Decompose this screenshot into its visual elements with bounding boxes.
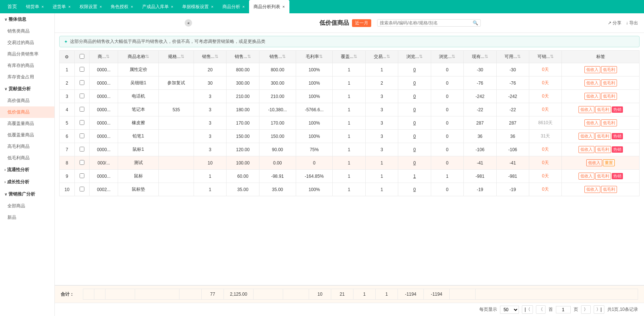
- view1-link[interactable]: 0: [413, 81, 416, 86]
- sidebar-item-category-sales-rate[interactable]: 商品分类销售率: [0, 48, 54, 60]
- nav-product-analysis-list[interactable]: 商品分析列表 ×: [249, 0, 289, 13]
- tag-hot: 热销: [612, 106, 623, 113]
- sidebar-item-stock-fund[interactable]: 库存资金占用: [0, 71, 54, 83]
- search-input[interactable]: [380, 20, 471, 26]
- row-code: 0000...: [90, 170, 118, 183]
- row-select-checkbox[interactable]: [80, 107, 84, 112]
- view1-link[interactable]: 0: [413, 67, 416, 72]
- sidebar-group-growth[interactable]: › 成长性分析: [0, 176, 54, 188]
- sidebar-item-high-coverage[interactable]: 高覆盖量商品: [0, 118, 54, 129]
- page-input[interactable]: [556, 306, 571, 313]
- row-select-checkbox[interactable]: [80, 94, 84, 98]
- view1-link[interactable]: 0: [413, 187, 416, 192]
- col-sales-qty: 销售...⇅: [194, 51, 226, 63]
- chevron-down-icon: ∨: [4, 87, 7, 91]
- total-sales-amt: 2,125.00: [224, 289, 254, 300]
- row-checkbox[interactable]: [74, 77, 89, 90]
- nav-home[interactable]: 首页: [3, 0, 21, 13]
- close-icon[interactable]: ×: [171, 4, 173, 9]
- row-select-checkbox[interactable]: [80, 187, 84, 191]
- view1-link[interactable]: 1: [413, 174, 416, 179]
- row-select-checkbox[interactable]: [80, 120, 84, 125]
- total-view2: 1: [376, 289, 398, 300]
- close-icon[interactable]: ×: [282, 4, 285, 9]
- row-checkbox[interactable]: [74, 103, 89, 116]
- nav-product-analysis[interactable]: 商品分析 ×: [218, 0, 249, 13]
- view1-link[interactable]: 0: [413, 94, 416, 99]
- search-box: 🔍: [377, 19, 481, 27]
- nav-purchase[interactable]: 进货单 ×: [48, 0, 75, 13]
- row-stock: -41: [464, 156, 496, 170]
- row-select-checkbox[interactable]: [80, 173, 84, 178]
- sidebar-item-stock-products[interactable]: 有库存的商品: [0, 60, 54, 71]
- collapse-sidebar-btn[interactable]: «: [185, 19, 192, 27]
- select-all-checkbox[interactable]: [80, 54, 84, 59]
- row-select-checkbox[interactable]: [80, 160, 84, 165]
- sidebar-item-low-coverage[interactable]: 低覆盖量商品: [0, 129, 54, 141]
- row-checkbox[interactable]: [74, 90, 89, 103]
- next-page-btn[interactable]: 〉: [581, 305, 591, 314]
- share-btn[interactable]: ↗ 分享: [608, 20, 621, 26]
- sidebar-item-high-profit[interactable]: 高毛利商品: [0, 141, 54, 152]
- view1-link[interactable]: 0: [413, 107, 416, 112]
- row-checkbox[interactable]: [74, 143, 89, 156]
- row-sales-avg: 90.00: [259, 143, 296, 156]
- nav-template[interactable]: 单据模板设置 ×: [178, 0, 218, 13]
- view1-link[interactable]: 0: [413, 120, 416, 126]
- per-page-select[interactable]: 50 100 200: [500, 306, 519, 314]
- tag-label: 低毛利: [601, 79, 617, 86]
- view1-link[interactable]: 0: [413, 160, 416, 166]
- sidebar-item-high-value[interactable]: 高价值商品: [0, 95, 54, 106]
- sidebar-group-contribution[interactable]: ∨ 贡献值分析: [0, 83, 54, 95]
- filter-recent-month-btn[interactable]: 近一月: [352, 19, 371, 27]
- sidebar-group-flow[interactable]: › 流通性分析: [0, 164, 54, 176]
- col-sellable: 可销...⇅: [529, 51, 562, 63]
- first-page-btn[interactable]: |〈: [522, 305, 533, 314]
- sidebar-item-new-products[interactable]: 新品: [0, 212, 54, 223]
- row-num: 3: [60, 90, 75, 103]
- row-spec: [159, 156, 194, 170]
- row-checkbox[interactable]: [74, 63, 89, 77]
- sidebar-item-all-products[interactable]: 全部商品: [0, 200, 54, 212]
- last-page-btn[interactable]: 〉|: [594, 305, 604, 314]
- row-checkbox[interactable]: [74, 170, 89, 183]
- nav-role[interactable]: 角色授权 ×: [106, 0, 137, 13]
- row-sales-amt: 100.00: [227, 156, 259, 170]
- prev-page-btn[interactable]: 〈: [536, 305, 546, 314]
- col-settings[interactable]: ⚙: [60, 51, 75, 63]
- row-select-checkbox[interactable]: [80, 80, 84, 85]
- row-select-checkbox[interactable]: [80, 133, 84, 138]
- view1-link[interactable]: 0: [413, 147, 416, 152]
- row-checkbox[interactable]: [74, 183, 89, 196]
- export-btn[interactable]: ↓ 导出: [626, 20, 638, 26]
- nav-sales[interactable]: 销货单 ×: [21, 0, 48, 13]
- nav-permission[interactable]: 权限设置 ×: [75, 0, 106, 13]
- sidebar-item-low-profit[interactable]: 低毛利商品: [0, 152, 54, 164]
- close-icon[interactable]: ×: [41, 4, 44, 9]
- close-icon[interactable]: ×: [100, 4, 102, 9]
- sidebar-item-traded-products[interactable]: 交易过的商品: [0, 37, 54, 48]
- row-sellable: 0天: [529, 63, 562, 77]
- close-icon[interactable]: ×: [242, 4, 245, 9]
- sidebar-item-sales-products[interactable]: 销售类商品: [0, 26, 54, 37]
- col-view2: 浏览...⇅: [431, 51, 463, 63]
- sidebar-group-overall[interactable]: ∨ 整体信息: [0, 13, 54, 26]
- close-icon[interactable]: ×: [211, 4, 213, 9]
- row-checkbox[interactable]: [74, 130, 89, 143]
- row-checkbox[interactable]: [74, 116, 89, 130]
- row-checkbox[interactable]: [74, 156, 89, 170]
- row-select-checkbox[interactable]: [80, 147, 84, 152]
- row-sellable: 8610天: [529, 116, 562, 130]
- row-sales-avg: 0.00: [259, 156, 296, 170]
- table-row: 5 0000... 橡皮擦 3 170.00 170.00 100% 1 3 0…: [60, 116, 640, 130]
- col-checkbox[interactable]: [74, 51, 89, 63]
- row-tags: 低收入低毛利热销: [562, 143, 640, 156]
- close-icon[interactable]: ×: [68, 4, 70, 9]
- view1-link[interactable]: 0: [413, 134, 416, 139]
- row-select-checkbox[interactable]: [80, 67, 84, 72]
- sidebar-group-marketing[interactable]: ∨ 营销推广分析: [0, 188, 54, 200]
- nav-product-in[interactable]: 产成品入库单 ×: [138, 0, 178, 13]
- row-spec: 535: [159, 103, 194, 116]
- close-icon[interactable]: ×: [131, 4, 133, 9]
- sidebar-item-low-value[interactable]: 低价值商品: [0, 106, 54, 118]
